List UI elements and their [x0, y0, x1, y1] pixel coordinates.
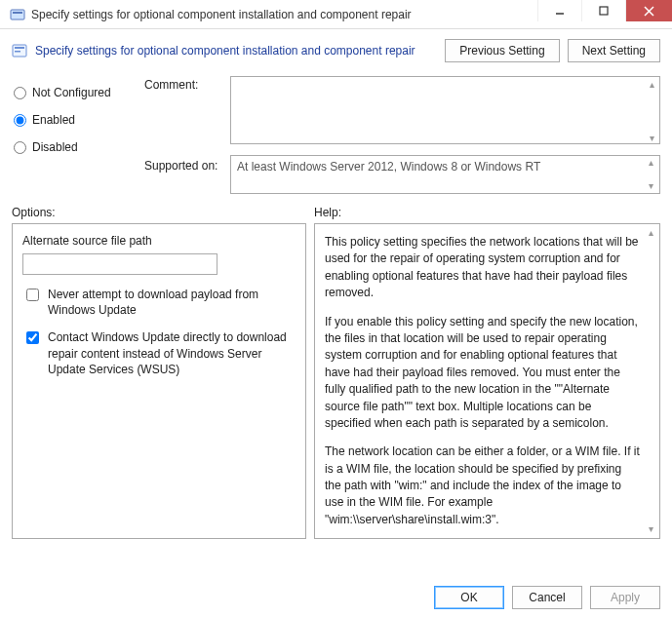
help-p2: If you enable this policy setting and sp… [325, 314, 640, 433]
comment-label: Comment: [144, 76, 222, 92]
scroll-up-icon[interactable]: ▴ [644, 158, 657, 168]
help-panel: ▴ ▾ This policy setting specifies the ne… [314, 223, 660, 539]
radio-enabled[interactable] [14, 114, 26, 127]
cancel-button[interactable]: Cancel [512, 586, 582, 609]
help-p1: This policy setting specifies the networ… [325, 234, 640, 302]
title-bar: Specify settings for optional component … [0, 0, 672, 29]
options-help-labels: Options: Help: [0, 200, 672, 223]
contact-wu-checkbox[interactable] [26, 331, 39, 344]
never-download-checkbox[interactable] [26, 289, 39, 301]
radio-not-configured-label: Not Configured [32, 86, 111, 99]
window-controls [537, 0, 672, 28]
contact-wu-label: Contact Windows Update directly to downl… [48, 329, 296, 377]
comment-textarea[interactable] [230, 76, 660, 144]
radio-enabled-label: Enabled [32, 113, 75, 127]
help-label: Help: [314, 206, 660, 219]
supported-on-box: At least Windows Server 2012, Windows 8 … [230, 155, 660, 194]
minimize-button[interactable] [537, 0, 581, 21]
close-button[interactable] [625, 0, 672, 21]
never-download-label: Never attempt to download payload from W… [48, 287, 296, 318]
svg-rect-7 [15, 47, 24, 49]
supported-on-text: At least Windows Server 2012, Windows 8 … [237, 160, 540, 174]
app-icon [10, 7, 25, 22]
scroll-up-icon[interactable]: ▴ [644, 228, 657, 238]
radio-not-configured[interactable] [14, 87, 26, 99]
options-label: Options: [12, 206, 314, 219]
svg-rect-0 [11, 10, 24, 19]
scroll-down-icon[interactable]: ▾ [644, 524, 657, 534]
alt-path-input[interactable] [22, 253, 217, 275]
window-title: Specify settings for optional component … [31, 8, 537, 21]
next-setting-button[interactable]: Next Setting [568, 39, 660, 62]
previous-setting-button[interactable]: Previous Setting [445, 39, 559, 62]
svg-rect-1 [13, 12, 22, 14]
svg-rect-8 [15, 51, 20, 53]
footer-buttons: OK Cancel Apply [434, 586, 660, 609]
alt-path-label: Alternate source file path [22, 234, 296, 248]
scroll-down-icon[interactable]: ▾ [644, 181, 657, 191]
svg-rect-3 [600, 7, 608, 15]
panels: Alternate source file path Never attempt… [0, 223, 672, 539]
header: Specify settings for optional component … [0, 29, 672, 70]
help-text: This policy setting specifies the networ… [325, 234, 640, 539]
apply-button[interactable]: Apply [590, 586, 660, 609]
state-radio-group: Not Configured Enabled Disabled [14, 76, 140, 194]
config-area: Not Configured Enabled Disabled Comment:… [0, 70, 672, 200]
maximize-button[interactable] [581, 0, 625, 21]
radio-disabled[interactable] [14, 141, 26, 154]
help-p3: The network location can be either a fol… [325, 443, 640, 528]
supported-label: Supported on: [144, 155, 222, 173]
scroll-down-icon[interactable]: ▾ [645, 134, 658, 143]
policy-subtitle: Specify settings for optional component … [35, 44, 445, 58]
ok-button[interactable]: OK [434, 586, 504, 609]
radio-disabled-label: Disabled [32, 140, 78, 154]
scroll-up-icon[interactable]: ▴ [645, 80, 658, 90]
policy-icon [12, 43, 27, 58]
options-panel: Alternate source file path Never attempt… [12, 223, 306, 539]
